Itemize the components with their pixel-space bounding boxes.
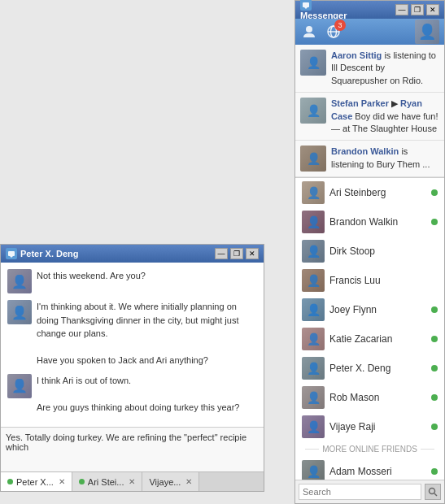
friend-avatar: 👤: [302, 357, 325, 380]
friend-name: Brandon Walkin: [329, 216, 426, 228]
titlebar-controls: — ❐ ✕: [395, 4, 439, 15]
chat-input[interactable]: Yes. Totally doing turkey. We are refini…: [6, 432, 259, 465]
msg-text-2: I'm thinking about it. We where initiall…: [37, 300, 257, 367]
chat-tab-2[interactable]: Vijaye... ✕: [142, 472, 199, 491]
msg-bubble-2: I'm thinking about it. We where initiall…: [37, 300, 257, 367]
friend-item-adam-mosseri[interactable]: 👤 Adam Mosseri: [295, 457, 444, 480]
chat-tabs: Peter X... ✕ Ari Stei... ✕ Vijaye... ✕: [1, 471, 264, 491]
friend-name: Katie Zacarian: [329, 333, 426, 345]
news-avatar-aaron: 👤: [300, 50, 326, 76]
friend-item-vijaye-raji[interactable]: 👤 Vijaye Raji: [295, 412, 444, 441]
messenger-icon: [300, 0, 312, 11]
friend-item-dirk-stoop[interactable]: 👤 Dirk Stoop: [295, 237, 444, 266]
friend-item-peter-x.-deng[interactable]: 👤 Peter X. Deng: [295, 354, 444, 383]
news-item-aaron[interactable]: 👤 Aaron Sittig is listening to Ill Desce…: [295, 45, 444, 93]
messenger-search: [295, 480, 444, 503]
tab-close-icon[interactable]: ✕: [59, 477, 65, 486]
online-dot: [431, 365, 438, 371]
news-name-aaron: Aaron Sittig: [331, 50, 382, 60]
restore-button[interactable]: ❐: [411, 4, 424, 15]
chat-restore-button[interactable]: ❐: [230, 248, 243, 259]
search-button[interactable]: [425, 484, 441, 500]
tab-close-icon[interactable]: ✕: [129, 477, 135, 486]
news-item-brandon[interactable]: 👤 Brandon Walkin is listening to Bury Th…: [295, 141, 444, 177]
people-icon-btn[interactable]: [300, 23, 318, 41]
friend-name: Vijaye Raji: [329, 421, 426, 432]
news-name-brandon: Brandon Walkin: [331, 146, 399, 156]
news-text-brandon: Brandon Walkin is listening to Bury Them…: [331, 146, 439, 171]
friend-name: Dirk Stoop: [329, 245, 438, 257]
friend-name: Peter X. Deng: [329, 363, 426, 374]
msg-avatar-1: 👤: [7, 269, 32, 293]
news-text-stefan: Stefan Parker ▶ Ryan Case Boy did we hav…: [331, 98, 439, 135]
notification-badge: 3: [334, 20, 346, 31]
friend-item-rob-mason[interactable]: 👤 Rob Mason: [295, 383, 444, 412]
minimize-button[interactable]: —: [395, 4, 408, 15]
friend-item-joey-flynn[interactable]: 👤 Joey Flynn: [295, 295, 444, 324]
friend-avatar: 👤: [302, 211, 325, 233]
friend-item-brandon-walkin[interactable]: 👤 Brandon Walkin: [295, 207, 444, 237]
friend-name: Joey Flynn: [329, 304, 426, 315]
chat-window: Peter X. Deng — ❐ ✕ 👤 Not this weekend. …: [0, 244, 264, 492]
messenger-titlebar: Messenger — ❐ ✕: [295, 1, 444, 19]
friend-avatar: 👤: [302, 298, 325, 321]
news-avatar-brandon: 👤: [300, 146, 326, 172]
message-row-1: 👤 Not this weekend. Are you?: [7, 269, 257, 293]
msg-text-1: Not this weekend. Are you?: [37, 269, 257, 283]
svg-point-2: [306, 26, 312, 33]
friend-name: Francis Luu: [329, 275, 438, 286]
msg-avatar-2: 👤: [7, 300, 32, 324]
chat-title: Peter X. Deng: [20, 249, 79, 259]
msg-text-3: I think Ari is out of town.Are you guys …: [37, 374, 257, 415]
friend-avatar: 👤: [302, 460, 325, 480]
chat-input-area: Yes. Totally doing turkey. We are refini…: [1, 427, 264, 471]
news-avatar-stefan: 👤: [300, 98, 326, 124]
friend-name: Rob Mason: [329, 392, 426, 403]
friend-item-katie-zacarian[interactable]: 👤 Katie Zacarian: [295, 324, 444, 354]
tab-name: Vijaye...: [149, 477, 181, 487]
news-arrow: ▶: [389, 98, 400, 108]
svg-marker-1: [304, 7, 308, 9]
tab-name: Ari Stei...: [88, 477, 124, 487]
friend-name: Adam Mosseri: [329, 466, 426, 477]
friend-avatar: 👤: [302, 386, 325, 409]
messenger-icons: 3: [300, 23, 342, 41]
news-item-stefan[interactable]: 👤 Stefan Parker ▶ Ryan Case Boy did we h…: [295, 93, 444, 141]
chat-titlebar: Peter X. Deng — ❐ ✕: [1, 245, 264, 263]
section-divider: MORE ONLINE FRIENDS: [295, 441, 444, 457]
online-dot: [431, 394, 438, 401]
chat-title-left: Peter X. Deng: [6, 248, 79, 259]
search-input[interactable]: [299, 484, 421, 500]
tab-dot: [79, 479, 85, 484]
friend-avatar: 👤: [302, 415, 325, 438]
chat-messages: 👤 Not this weekend. Are you? 👤 I'm think…: [1, 263, 264, 427]
friend-item-francis-luu[interactable]: 👤 Francis Luu: [295, 266, 444, 295]
news-name-stefan: Stefan Parker: [331, 98, 389, 108]
online-dot: [431, 336, 438, 342]
chat-titlebar-controls: — ❐ ✕: [215, 248, 259, 259]
msg-bubble-1: Not this weekend. Are you?: [37, 269, 257, 283]
close-button[interactable]: ✕: [426, 4, 439, 15]
globe-icon-btn[interactable]: 3: [325, 23, 342, 41]
svg-rect-0: [303, 2, 309, 7]
messenger-title-left: Messenger: [300, 0, 347, 20]
messenger-topbar: 3 👤: [295, 19, 444, 45]
chat-tab-0[interactable]: Peter X... ✕: [1, 472, 72, 491]
tab-name: Peter X...: [16, 477, 54, 487]
online-dot: [431, 219, 438, 225]
friend-avatar: 👤: [302, 181, 325, 204]
friend-item-ari-steinberg[interactable]: 👤 Ari Steinberg: [295, 178, 444, 207]
svg-line-7: [434, 493, 437, 496]
svg-point-6: [430, 489, 435, 494]
chat-minimize-button[interactable]: —: [215, 248, 228, 259]
online-dot: [431, 468, 438, 475]
user-avatar-top[interactable]: 👤: [415, 20, 439, 44]
chat-close-button[interactable]: ✕: [246, 248, 259, 259]
tab-close-icon[interactable]: ✕: [185, 477, 192, 486]
online-dot: [431, 424, 438, 430]
tab-dot: [7, 479, 13, 484]
friend-avatar: 👤: [302, 269, 325, 292]
chat-tab-1[interactable]: Ari Stei... ✕: [72, 472, 143, 491]
svg-rect-8: [8, 251, 15, 256]
chat-icon: [6, 248, 17, 259]
